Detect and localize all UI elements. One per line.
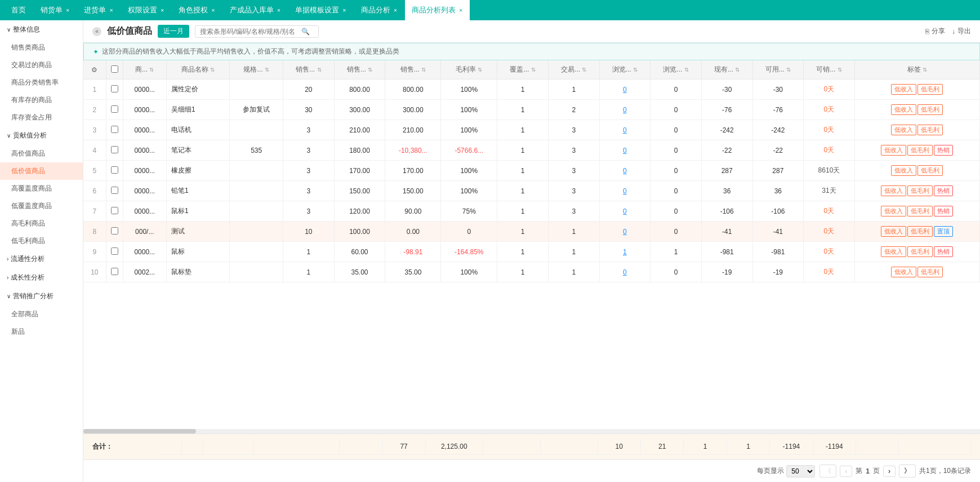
col-sales-qty[interactable]: 销售... ⇅ xyxy=(283,60,335,79)
row-checkbox-cell[interactable] xyxy=(106,222,123,242)
row-checkbox[interactable] xyxy=(111,166,118,174)
sidebar-item-low-coverage[interactable]: 低覆盖度商品 xyxy=(0,197,83,215)
col-current-stock[interactable]: 现有... ⇅ xyxy=(701,60,752,79)
col-coverage[interactable]: 覆盖... ⇅ xyxy=(497,60,549,79)
view1-value[interactable]: 0 xyxy=(623,86,627,94)
row-view1[interactable]: 0 xyxy=(599,79,651,100)
row-view1[interactable]: 0 xyxy=(599,140,651,161)
row-checkbox-cell[interactable] xyxy=(106,242,123,262)
close-icon[interactable]: × xyxy=(394,7,397,14)
nav-permissions[interactable]: 权限设置 × xyxy=(121,0,171,20)
view1-value[interactable]: 0 xyxy=(623,187,627,195)
row-checkbox-cell[interactable] xyxy=(106,140,123,161)
share-button[interactable]: ⎘ 分享 xyxy=(925,26,945,36)
view1-value[interactable]: 0 xyxy=(623,106,627,114)
col-spec[interactable]: 规格... ⇅ xyxy=(230,60,283,79)
col-available-stock[interactable]: 可用... ⇅ xyxy=(752,60,804,79)
row-view1[interactable]: 0 xyxy=(599,120,651,140)
col-transaction[interactable]: 交易... ⇅ xyxy=(548,60,599,79)
col-sales-cost[interactable]: 销售... ⇅ xyxy=(385,60,441,79)
sidebar-item-category-sales-rate[interactable]: 商品分类销售率 xyxy=(0,74,83,91)
sidebar-item-low-value[interactable]: 低价值商品 xyxy=(0,162,83,180)
col-view1[interactable]: 浏览... ⇅ xyxy=(599,60,651,79)
row-checkbox[interactable] xyxy=(111,187,118,194)
row-view1[interactable]: 0 xyxy=(599,262,651,282)
view1-value[interactable]: 0 xyxy=(623,268,627,276)
sidebar-group-circulation[interactable]: › 流通性分析 xyxy=(0,250,83,268)
close-icon[interactable]: × xyxy=(277,7,280,14)
close-icon[interactable]: × xyxy=(459,7,462,14)
col-sales-amount[interactable]: 销售... ⇅ xyxy=(334,60,385,79)
row-checkbox[interactable] xyxy=(111,126,118,133)
per-page-select[interactable]: 50 20 100 xyxy=(786,465,815,477)
nav-sales-order[interactable]: 销货单 × xyxy=(34,0,76,20)
nav-template-settings[interactable]: 单据模板设置 × xyxy=(288,0,353,20)
view1-value[interactable]: 0 xyxy=(623,167,627,175)
select-all-checkbox[interactable] xyxy=(111,65,118,73)
view1-value[interactable]: 0 xyxy=(623,228,627,236)
search-input[interactable] xyxy=(200,28,301,36)
prev-page-button[interactable]: ‹ xyxy=(840,466,852,477)
time-filter-button[interactable]: 近一月 xyxy=(158,25,189,38)
row-checkbox[interactable] xyxy=(111,105,118,113)
col-tags[interactable]: 标签 ⇅ xyxy=(854,60,979,79)
row-view1[interactable]: 0 xyxy=(599,161,651,181)
nav-product-analysis[interactable]: 商品分析 × xyxy=(354,0,404,20)
col-name[interactable]: 商品名称 ⇅ xyxy=(166,60,229,79)
close-icon[interactable]: × xyxy=(211,7,215,14)
row-checkbox-cell[interactable] xyxy=(106,120,123,140)
sidebar-item-high-coverage[interactable]: 高覆盖度商品 xyxy=(0,180,83,197)
nav-role-auth[interactable]: 角色授权 × xyxy=(172,0,221,20)
collapse-button[interactable]: « xyxy=(92,27,101,36)
next-page-button[interactable]: › xyxy=(883,466,896,477)
row-checkbox-cell[interactable] xyxy=(106,201,123,222)
close-icon[interactable]: × xyxy=(161,7,164,14)
close-icon[interactable]: × xyxy=(66,7,69,14)
view1-value[interactable]: 0 xyxy=(623,126,627,134)
last-page-button[interactable]: 》 xyxy=(899,465,916,477)
col-code[interactable]: 商... ⇅ xyxy=(123,60,166,79)
view1-value[interactable]: 0 xyxy=(623,207,627,215)
row-checkbox-cell[interactable] xyxy=(106,262,123,282)
row-checkbox[interactable] xyxy=(111,146,118,153)
nav-purchase-order[interactable]: 进货单 × xyxy=(77,0,119,20)
nav-product-analysis-list[interactable]: 商品分析列表 × xyxy=(405,0,469,20)
row-view1[interactable]: 0 xyxy=(599,100,651,120)
view1-value[interactable]: 0 xyxy=(623,147,627,154)
col-settings[interactable]: ⚙ xyxy=(83,60,106,79)
col-profit-rate[interactable]: 毛利率 ⇅ xyxy=(441,60,497,79)
nav-product-entry[interactable]: 产成品入库单 × xyxy=(223,0,287,20)
row-checkbox-cell[interactable] xyxy=(106,79,123,100)
row-checkbox[interactable] xyxy=(111,247,118,255)
row-checkbox[interactable] xyxy=(111,227,118,235)
sidebar-item-high-margin[interactable]: 高毛利商品 xyxy=(0,215,83,232)
sidebar-group-overall[interactable]: ∨ 整体信息 xyxy=(0,20,83,39)
sidebar-item-new-products[interactable]: 新品 xyxy=(0,323,83,341)
row-checkbox[interactable] xyxy=(111,207,118,214)
row-view1[interactable]: 1 xyxy=(599,242,651,262)
row-checkbox[interactable] xyxy=(111,268,118,275)
row-view1[interactable]: 0 xyxy=(599,222,651,242)
sidebar-item-all-products[interactable]: 全部商品 xyxy=(0,306,83,323)
export-button[interactable]: ↓ 导出 xyxy=(952,26,971,36)
view1-value[interactable]: 1 xyxy=(623,248,627,256)
sidebar-item-low-margin[interactable]: 低毛利商品 xyxy=(0,232,83,250)
sidebar-item-traded-products[interactable]: 交易过的商品 xyxy=(0,56,83,74)
row-view1[interactable]: 0 xyxy=(599,181,651,201)
close-icon[interactable]: × xyxy=(342,7,346,14)
sidebar-item-stock-capital[interactable]: 库存资金占用 xyxy=(0,109,83,126)
close-icon[interactable]: × xyxy=(109,7,113,14)
row-checkbox[interactable] xyxy=(111,85,118,92)
sidebar-item-stock-products[interactable]: 有库存的商品 xyxy=(0,91,83,109)
search-icon[interactable]: 🔍 xyxy=(301,28,310,36)
sidebar-group-growth[interactable]: › 成长性分析 xyxy=(0,268,83,287)
scroll-thumb[interactable] xyxy=(83,429,196,434)
sidebar-item-sales-products[interactable]: 销售类商品 xyxy=(0,39,83,56)
col-view2[interactable]: 浏览... ⇅ xyxy=(651,60,702,79)
sidebar-group-contribution[interactable]: ∨ 贡献值分析 xyxy=(0,126,83,145)
row-checkbox-cell[interactable] xyxy=(106,100,123,120)
horizontal-scrollbar[interactable] xyxy=(83,429,980,434)
sidebar-item-high-value[interactable]: 高价值商品 xyxy=(0,145,83,162)
col-saleable[interactable]: 可销... ⇅ xyxy=(804,60,855,79)
sidebar-group-marketing[interactable]: ∨ 营销推广分析 xyxy=(0,287,83,306)
